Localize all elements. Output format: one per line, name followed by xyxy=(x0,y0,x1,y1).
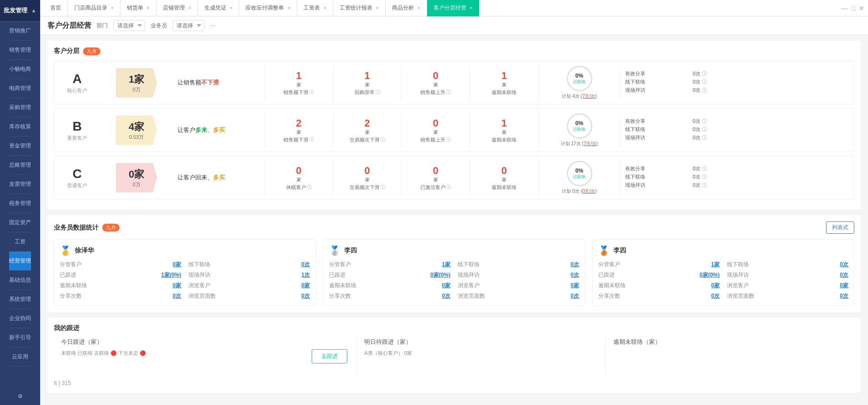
sp-header-1: 🥈 李四 xyxy=(329,245,579,256)
tab-close-icon[interactable]: × xyxy=(111,5,114,11)
sidebar-item-企业协同[interactable]: 企业协同 xyxy=(9,309,31,328)
tab-工资统计报表[interactable]: 工资统计报表× xyxy=(333,0,386,16)
tab-门店商品目录[interactable]: 门店商品目录× xyxy=(68,0,120,16)
sidebar-item-发票管理[interactable]: 发票管理 xyxy=(9,175,31,194)
sidebar-item-电商管理[interactable]: 电商管理 xyxy=(9,79,31,98)
content-area: 客户分层 九月 A 核心客户 1家 0万 让销售额不下滑 1 家 销售额下滑 ⓘ… xyxy=(40,35,868,405)
tab-close-icon[interactable]: × xyxy=(418,5,420,11)
tab-应收应付调整单[interactable]: 应收应付调整单× xyxy=(239,0,297,16)
sidebar-item-销售管理[interactable]: 销售管理 xyxy=(9,41,31,60)
sidebar-item-云应用[interactable]: 云应用 xyxy=(9,347,31,367)
salesperson-header: 业务员数据统计 九月 列表式 xyxy=(54,221,854,234)
sidebar-item-库存核算[interactable]: 库存核算 xyxy=(9,117,31,137)
sp-name-2: 李四 xyxy=(613,247,626,255)
sp-stat-row: 浏览页面数 0次 xyxy=(458,292,579,300)
salesperson-grid: 🥇 徐泽华 分管客户 0家 线下联络 0次 已跟进 1家(0%) xyxy=(54,239,854,306)
tier-stat4-C[interactable]: 0 家 逾期未联络 xyxy=(470,160,538,195)
sidebar-title: 批发管理 xyxy=(4,6,27,15)
salesperson-section: 业务员数据统计 九月 列表式 🥇 徐泽华 分管客户 0家 线下联络 0次 xyxy=(47,215,861,312)
sidebar-item-经营管理[interactable]: 经营管理 xyxy=(9,252,31,271)
more-options-icon[interactable]: ··· xyxy=(210,21,216,30)
tier-stat4-A[interactable]: 1 家 逾期未联络 xyxy=(470,65,538,100)
tier-count-B[interactable]: 4家 0.53万 xyxy=(100,111,173,150)
tab-close-icon[interactable]: × xyxy=(188,5,191,11)
salesperson-card-1: 🥈 李四 分管客户 1家 线下联络 0次 已跟进 0家(0%) xyxy=(323,239,585,306)
tab-商品分析[interactable]: 商品分析× xyxy=(386,0,427,16)
tab-生成凭证[interactable]: 生成凭证× xyxy=(198,0,240,16)
tab-close-icon[interactable]: × xyxy=(230,5,233,11)
go-followup-button[interactable]: 去跟进 xyxy=(312,349,347,363)
minimize-icon[interactable]: — xyxy=(842,5,848,12)
close-window-icon[interactable]: ✕ xyxy=(859,5,864,12)
sidebar-item-系统管理[interactable]: 系统管理 xyxy=(9,290,31,309)
sp-stat-row: 逾期未联络 0家 xyxy=(329,282,450,289)
sp-stat-row: 分管客户 0家 xyxy=(60,261,181,268)
tab-close-icon[interactable]: × xyxy=(376,5,379,11)
tier-stat4-B[interactable]: 1 家 逾期未联络 xyxy=(470,113,538,148)
tier-stat1-B[interactable]: 2 家 销售额下滑 ⓘ xyxy=(264,113,333,148)
toolbar: 客户分层经营 部门 请选择 业务员 请选择 ··· xyxy=(40,16,868,35)
sp-stat-row: 浏览客户 0家 xyxy=(188,282,310,289)
tier-count-C[interactable]: 0家 0万 xyxy=(100,158,173,197)
sp-rank-icon-1: 🥈 xyxy=(329,245,340,256)
tier-letter-C: C xyxy=(73,167,82,181)
sp-rank-icon-2: 🥉 xyxy=(598,245,610,256)
tier-label-C: C 普通客户 xyxy=(54,161,100,195)
sidebar-item-固定资产[interactable]: 固定资产 xyxy=(9,213,31,232)
sidebar-header[interactable]: 批发管理 ▲ xyxy=(0,0,40,21)
tier-stat3-A[interactable]: 0 家 销售额上升 ⓘ xyxy=(401,65,470,100)
tier-circle-C: 0% 已联络 计划 0次 (0天/次) xyxy=(538,156,620,199)
tab-close-icon[interactable]: × xyxy=(470,5,473,11)
tab-close-icon[interactable]: × xyxy=(324,5,326,11)
tier-row-B: B 重要客户 4家 0.53万 让客户多来、多买 2 家 销售额下滑 ⓘ 2 家… xyxy=(54,108,854,152)
followup-section: 我的跟进 今日跟进（家） 未联络 已联络 去联络 🔴 下次未定 🔴 去跟进 明日… xyxy=(47,318,861,393)
sidebar-item-营销推广[interactable]: 营销推广 xyxy=(9,21,31,41)
tier-stat2-C[interactable]: 0 家 交易频次下滑 ⓘ xyxy=(333,160,401,195)
settings-button[interactable]: ⚙ xyxy=(0,388,40,405)
tab-close-icon[interactable]: × xyxy=(147,5,150,11)
customer-tier-section: 客户分层 九月 A 核心客户 1家 0万 让销售额不下滑 1 家 销售额下滑 ⓘ… xyxy=(47,41,861,210)
tier-stat3-B[interactable]: 0 家 销售额上升 ⓘ xyxy=(401,113,470,148)
tier-stat3-C[interactable]: 0 家 已激活客户 ⓘ xyxy=(401,160,470,195)
sp-stat-row: 浏览页面数 0次 xyxy=(188,292,310,300)
dept-select[interactable]: 请选择 xyxy=(113,20,145,31)
sidebar-item-小畅电商[interactable]: 小畅电商 xyxy=(9,60,31,79)
followup-title: 我的跟进 xyxy=(54,324,79,332)
tab-店铺管理[interactable]: 店铺管理× xyxy=(157,0,198,16)
tab-close-icon[interactable]: × xyxy=(288,5,290,11)
tier-stat2-A[interactable]: 1 家 回购异常 ⓘ xyxy=(333,65,401,100)
sp-stat-row: 逾期未联络 0家 xyxy=(598,282,720,289)
sidebar-item-资金管理[interactable]: 资金管理 xyxy=(9,137,31,156)
tier-stat1-C[interactable]: 0 家 休眠客户 ⓘ xyxy=(264,160,333,195)
tier-letter-B: B xyxy=(73,119,82,134)
tabbar: 首页门店商品目录×销货单×店铺管理×生成凭证×应收应付调整单×工资表×工资统计报… xyxy=(40,0,868,16)
sp-stat-row: 分享次数 0次 xyxy=(598,292,720,300)
sp-name-0: 徐泽华 xyxy=(75,247,94,255)
dept-label: 部门 xyxy=(97,22,108,30)
maximize-icon[interactable]: □ xyxy=(852,5,855,12)
customer-tier-header: 客户分层 九月 xyxy=(54,47,854,55)
salesperson-select[interactable]: 请选择 xyxy=(173,20,204,31)
sp-stat-row: 分管客户 1家 xyxy=(329,261,450,268)
tier-row-C: C 普通客户 0家 0万 让客户回来、多买 0 家 休眠客户 ⓘ 0 家 交易频… xyxy=(54,156,854,200)
tab-销货单[interactable]: 销货单× xyxy=(120,0,157,16)
tier-row-A: A 核心客户 1家 0万 让销售额不下滑 1 家 销售额下滑 ⓘ 1 家 回购异… xyxy=(54,61,854,105)
tier-stat2-B[interactable]: 2 家 交易频次下滑 ⓘ xyxy=(333,113,401,148)
tier-name-A: 核心客户 xyxy=(67,87,87,94)
tab-首页[interactable]: 首页 xyxy=(44,0,68,16)
sidebar-collapse-icon[interactable]: ▲ xyxy=(31,7,37,14)
sidebar-item-税务管理[interactable]: 税务管理 xyxy=(9,194,31,213)
sidebar-item-工资[interactable]: 工资 xyxy=(9,232,31,252)
sidebar-item-基础信息[interactable]: 基础信息 xyxy=(9,271,31,290)
sp-stat-row: 已跟进 1家(0%) xyxy=(60,271,181,279)
sidebar-item-新手引导[interactable]: 新手引导 xyxy=(9,328,31,347)
sp-stat-row: 逾期未联络 0家 xyxy=(60,282,181,289)
tab-工资表[interactable]: 工资表× xyxy=(297,0,333,16)
tab-客户分层经营[interactable]: 客户分层经营× xyxy=(427,0,480,16)
list-view-button[interactable]: 列表式 xyxy=(826,221,854,234)
sidebar-item-采购管理[interactable]: 采购管理 xyxy=(9,98,31,117)
overdue-followup-title: 逾期未联络（家） xyxy=(613,338,847,346)
tier-stat1-A[interactable]: 1 家 销售额下滑 ⓘ xyxy=(264,65,333,100)
sidebar-item-总账管理[interactable]: 总账管理 xyxy=(9,156,31,175)
tier-count-A[interactable]: 1家 0万 xyxy=(100,63,173,102)
